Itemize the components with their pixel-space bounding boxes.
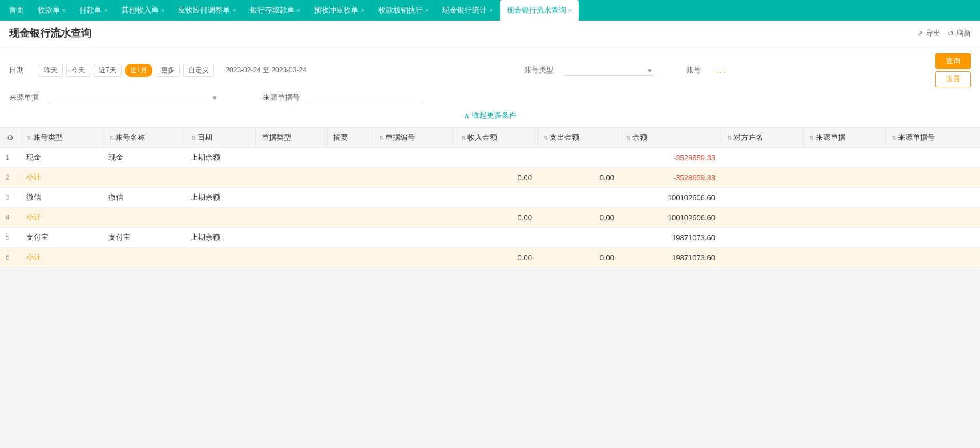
- cell-expense: 0.00: [538, 248, 620, 268]
- cell-date: 上期余额: [185, 148, 256, 168]
- date-btn-today[interactable]: 今天: [66, 64, 90, 77]
- nav-other-income[interactable]: 其他收入单 ×: [115, 0, 171, 21]
- table-container: ⚙ 账号类型 账号名称 日期 单据类型 摘要 单据编号 收入金额 支出金额 余额…: [0, 128, 980, 268]
- th-date[interactable]: 日期: [185, 128, 256, 148]
- cell-expense: 0.00: [538, 168, 620, 188]
- nav-label: 付款单: [79, 5, 102, 15]
- collapse-label: 收起更多条件: [472, 110, 517, 120]
- query-button[interactable]: 查询: [935, 53, 971, 69]
- filter-row-1: 日期 昨天 今天 近7天 近1月 更多 自定义 2023-02-24 至 202…: [9, 53, 971, 87]
- th-counterpart[interactable]: 对方户名: [721, 128, 803, 148]
- nav-collection-exec[interactable]: 收款核销执行 ×: [372, 0, 435, 21]
- date-btn-more[interactable]: 更多: [156, 64, 180, 77]
- cell-summary: [327, 188, 373, 208]
- date-btn-custom[interactable]: 自定义: [183, 64, 214, 77]
- nav-receipt[interactable]: 收款单 ×: [31, 0, 72, 21]
- export-label: 导出: [926, 28, 941, 38]
- cell-index: 6: [0, 248, 21, 268]
- filter-row-2: 来源单据 来源单据号: [9, 92, 971, 103]
- nav-home[interactable]: 首页: [2, 0, 31, 21]
- cell-doc_type: [256, 228, 327, 248]
- cell-index: 2: [0, 168, 21, 188]
- nav-close-icon[interactable]: ×: [62, 7, 66, 14]
- nav-prepayment[interactable]: 预收冲应收单 ×: [307, 0, 371, 21]
- cell-date: [185, 168, 256, 188]
- th-source-doc-no[interactable]: 来源单据号: [885, 128, 980, 148]
- cell-income: 0.00: [455, 208, 538, 228]
- cell-summary: [327, 208, 373, 228]
- cell-counterpart: [721, 188, 803, 208]
- cell-account_name: [103, 168, 185, 188]
- nav-cash-bank-stat[interactable]: 现金银行统计 ×: [435, 0, 499, 21]
- nav-label: 收款核销执行: [378, 5, 423, 15]
- source-doc-no-input[interactable]: [309, 92, 423, 103]
- cell-source_doc_no: [885, 228, 980, 248]
- nav-payment[interactable]: 付款单 ×: [72, 0, 114, 21]
- account-dots-button[interactable]: ...: [716, 65, 727, 75]
- nav-close-icon[interactable]: ×: [232, 7, 236, 14]
- account-type-select[interactable]: 现金 微信 支付宝: [563, 64, 654, 76]
- cell-counterpart: [721, 208, 803, 228]
- th-income[interactable]: 收入金额: [455, 128, 538, 148]
- nav-ar-ap-adjust[interactable]: 应收应付调整单 ×: [171, 0, 243, 21]
- th-summary: 摘要: [327, 128, 373, 148]
- cell-account_name: [103, 248, 185, 268]
- account-label: 账号: [686, 65, 707, 75]
- th-account-name[interactable]: 账号名称: [103, 128, 185, 148]
- nav-label: 应收应付调整单: [178, 5, 230, 15]
- cell-counterpart: [721, 168, 803, 188]
- cell-summary: [327, 148, 373, 168]
- nav-label: 银行存取款单: [250, 5, 295, 15]
- setting-button[interactable]: 设置: [935, 71, 971, 87]
- nav-label: 现金银行统计: [442, 5, 487, 15]
- source-doc-select[interactable]: [48, 92, 219, 103]
- nav-close-icon[interactable]: ×: [568, 7, 572, 14]
- nav-label: 现金银行流水查询: [507, 5, 566, 15]
- cell-income: [455, 228, 538, 248]
- cell-counterpart: [721, 148, 803, 168]
- th-balance[interactable]: 余额: [620, 128, 721, 148]
- nav-close-icon[interactable]: ×: [161, 7, 164, 14]
- date-buttons: 昨天 今天 近7天 近1月 更多 自定义: [39, 64, 214, 77]
- date-btn-yesterday[interactable]: 昨天: [39, 64, 63, 77]
- nav-cash-bank-flow[interactable]: 现金银行流水查询 ×: [500, 0, 579, 21]
- cell-source_doc_no: [885, 208, 980, 228]
- th-account-type[interactable]: 账号类型: [21, 128, 103, 148]
- cell-doc_no: [373, 228, 455, 248]
- cell-summary: [327, 168, 373, 188]
- table-row: 3微信微信上期余额100102606.60: [0, 188, 980, 208]
- table-row: 1现金现金上期余额-3528659.33: [0, 148, 980, 168]
- cell-source_doc_no: [885, 188, 980, 208]
- source-doc-label: 来源单据: [9, 92, 39, 103]
- nav-close-icon[interactable]: ×: [489, 7, 493, 14]
- refresh-button[interactable]: ↺ 刷新: [947, 28, 971, 38]
- nav-bank-deposit[interactable]: 银行存取款单 ×: [243, 0, 307, 21]
- th-doc-no[interactable]: 单据编号: [373, 128, 455, 148]
- export-icon: ↗: [917, 29, 923, 38]
- export-button[interactable]: ↗ 导出: [917, 28, 941, 38]
- nav-close-icon[interactable]: ×: [361, 7, 364, 14]
- cell-account_type: 微信: [21, 188, 103, 208]
- nav-close-icon[interactable]: ×: [297, 7, 300, 14]
- cell-account_name: 微信: [103, 188, 185, 208]
- nav-close-icon[interactable]: ×: [104, 7, 107, 14]
- collapse-icon: ∧: [464, 111, 470, 120]
- cell-counterpart: [721, 228, 803, 248]
- cell-balance: 19871073.60: [620, 248, 721, 268]
- th-expense[interactable]: 支出金额: [538, 128, 620, 148]
- account-type-select-wrapper: 现金 微信 支付宝: [563, 64, 654, 76]
- table-settings-th[interactable]: ⚙: [0, 128, 21, 148]
- cell-expense: [538, 228, 620, 248]
- date-btn-1month[interactable]: 近1月: [125, 64, 153, 77]
- cell-doc_no: [373, 248, 455, 268]
- th-source-doc[interactable]: 来源单据: [803, 128, 885, 148]
- cell-income: [455, 188, 538, 208]
- cell-source_doc: [803, 168, 885, 188]
- nav-close-icon[interactable]: ×: [425, 7, 429, 14]
- source-doc-no-label: 来源单据号: [263, 92, 300, 103]
- date-btn-7days[interactable]: 近7天: [94, 64, 122, 77]
- refresh-label: 刷新: [956, 28, 971, 38]
- collapse-more-button[interactable]: ∧ 收起更多条件: [9, 108, 971, 120]
- cell-doc_type: [256, 248, 327, 268]
- cell-balance: -3528659.33: [620, 168, 721, 188]
